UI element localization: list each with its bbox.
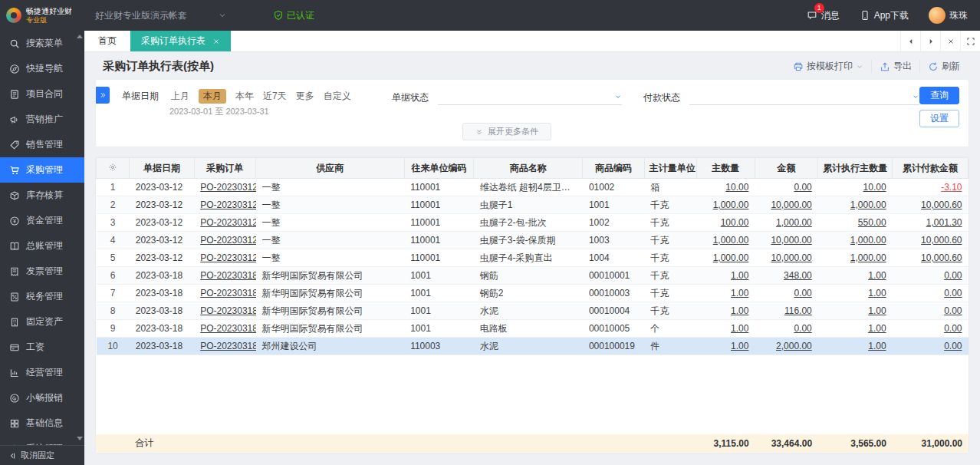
- sidebar-scroll-down[interactable]: [77, 437, 83, 440]
- qty-drill-link[interactable]: 1.00: [731, 270, 748, 281]
- table-row-selected[interactable]: 10 2023-03-18 PO-20230318-0001 郑州建设公司 11…: [97, 338, 968, 355]
- sidebar-item-quick-nav[interactable]: 快捷导航: [0, 56, 84, 81]
- amount-drill-link[interactable]: 0.00: [794, 182, 811, 193]
- sidebar-item-marketing[interactable]: 营销推广: [0, 107, 84, 132]
- paid-drill-link[interactable]: 0.00: [944, 323, 962, 334]
- qty-drill-link[interactable]: 1,000.00: [713, 252, 749, 263]
- paid-drill-link[interactable]: 0.00: [944, 341, 962, 351]
- sidebar-item-fixed-assets[interactable]: 固定资产: [0, 309, 84, 335]
- table-row[interactable]: 1 2023-03-12 PO-20230312-0001 一整 110001 …: [97, 179, 968, 196]
- cell-po-link[interactable]: PO-20230318-0001: [194, 285, 255, 302]
- cell-po-link[interactable]: PO-20230312-0001: [194, 232, 255, 249]
- close-tab-icon[interactable]: [212, 38, 220, 45]
- print-by-template-button[interactable]: 按模板打印: [785, 60, 871, 73]
- table-row[interactable]: 3 2023-03-12 PO-20230312-0001 一整 110001 …: [97, 214, 968, 232]
- exec-qty-drill-link[interactable]: 1,000.00: [850, 235, 886, 246]
- paid-drill-link[interactable]: 1,001.30: [926, 217, 962, 228]
- expand-more-conditions-button[interactable]: 展开更多条件: [462, 123, 551, 140]
- po-link[interactable]: PO-20230312-0001: [200, 200, 255, 210]
- tab-home[interactable]: 首页: [84, 31, 130, 51]
- qty-drill-link[interactable]: 100.00: [721, 217, 749, 228]
- amount-drill-link[interactable]: 0.00: [794, 288, 811, 298]
- date-option-custom[interactable]: 自定义: [324, 90, 351, 103]
- date-option-this-month[interactable]: 本月: [199, 89, 226, 104]
- date-option-last-month[interactable]: 上月: [171, 90, 189, 103]
- tab-scroll-left-button[interactable]: [900, 31, 920, 51]
- settings-button[interactable]: 设置: [919, 110, 959, 127]
- sidebar-item-payroll[interactable]: 工资: [0, 335, 84, 360]
- table-row[interactable]: 4 2023-03-12 PO-20230312-0001 一整 110001 …: [97, 232, 968, 249]
- amount-drill-link[interactable]: 1,000.00: [776, 217, 812, 228]
- refresh-button[interactable]: 刷新: [919, 60, 968, 73]
- exec-qty-drill-link[interactable]: 1.00: [868, 323, 886, 334]
- account-selector[interactable]: 好业财专业版演示帐套: [95, 9, 227, 22]
- po-link[interactable]: PO-20230312-0001: [200, 182, 255, 193]
- table-row[interactable]: 7 2023-03-18 PO-20230318-0001 新华明国际贸易有限公…: [97, 285, 968, 302]
- sidebar-item-general-ledger[interactable]: 总账管理: [0, 233, 84, 259]
- fullscreen-button[interactable]: [960, 31, 980, 51]
- table-row[interactable]: 5 2023-03-12 PO-20230312-0001 一整 110001 …: [97, 249, 968, 267]
- po-link[interactable]: PO-20230318-0001: [200, 270, 255, 281]
- cell-po-link[interactable]: PO-20230318-0001: [194, 338, 255, 355]
- qty-drill-link[interactable]: 1.00: [731, 305, 748, 316]
- cell-po-link[interactable]: PO-20230312-0001: [194, 196, 255, 214]
- paid-drill-link[interactable]: 10,000.60: [921, 252, 962, 263]
- amount-drill-link[interactable]: 10,000.00: [771, 252, 811, 263]
- table-row[interactable]: 9 2023-03-18 PO-20230318-0001 新华明国际贸易有限公…: [97, 320, 968, 338]
- sidebar-item-operations[interactable]: 经营管理: [0, 360, 84, 385]
- export-button[interactable]: 导出: [871, 60, 919, 73]
- qty-drill-link[interactable]: 1.00: [731, 341, 748, 351]
- app-download-button[interactable]: App下载: [860, 9, 909, 22]
- qty-drill-link[interactable]: 1.00: [731, 288, 748, 298]
- po-link[interactable]: PO-20230312-0001: [200, 235, 255, 246]
- pay-status-select[interactable]: [689, 90, 919, 105]
- po-link[interactable]: PO-20230318-0001: [200, 288, 255, 298]
- unpin-sidebar-button[interactable]: 取消固定: [0, 445, 84, 465]
- amount-drill-link[interactable]: 2,000.00: [776, 341, 812, 351]
- sidebar-item-inventory[interactable]: 库存核算: [0, 183, 84, 208]
- exec-qty-drill-link[interactable]: 1,000.00: [850, 252, 886, 263]
- sidebar-item-reimburse[interactable]: 小畅报销: [0, 385, 84, 411]
- sidebar-item-search-menu[interactable]: 搜索菜单: [0, 31, 84, 56]
- paid-drill-link[interactable]: -3.10: [941, 182, 962, 193]
- date-option-more[interactable]: 更多: [296, 90, 314, 103]
- po-link[interactable]: PO-20230318-0001: [200, 305, 255, 316]
- po-link[interactable]: PO-20230312-0001: [200, 217, 255, 228]
- sidebar-item-funds[interactable]: 资金管理: [0, 208, 84, 233]
- column-settings-button[interactable]: [97, 158, 130, 179]
- amount-drill-link[interactable]: 348.00: [784, 270, 812, 281]
- user-menu[interactable]: 珠珠: [929, 7, 968, 24]
- query-button[interactable]: 查询: [919, 87, 959, 104]
- date-option-this-year[interactable]: 本年: [235, 90, 254, 103]
- close-all-tabs-button[interactable]: [940, 31, 960, 51]
- exec-qty-drill-link[interactable]: 1,000.00: [850, 200, 886, 210]
- sidebar-item-base-info[interactable]: 基础信息: [0, 411, 84, 436]
- exec-qty-drill-link[interactable]: 10.00: [863, 182, 886, 193]
- po-link[interactable]: PO-20230312-0001: [200, 252, 255, 263]
- sidebar-item-system[interactable]: 系统管理: [0, 436, 84, 445]
- amount-drill-link[interactable]: 10,000.00: [771, 235, 811, 246]
- cell-po-link[interactable]: PO-20230312-0001: [194, 214, 255, 232]
- exec-qty-drill-link[interactable]: 1.00: [868, 305, 886, 316]
- sidebar-item-tax[interactable]: 税务管理: [0, 284, 84, 309]
- table-row[interactable]: 8 2023-03-18 PO-20230318-0001 新华明国际贸易有限公…: [97, 302, 968, 320]
- sidebar-item-sales[interactable]: 销售管理: [0, 132, 84, 157]
- paid-drill-link[interactable]: 10,000.60: [921, 235, 962, 246]
- exec-qty-drill-link[interactable]: 1.00: [868, 288, 886, 298]
- cell-po-link[interactable]: PO-20230312-0001: [194, 179, 255, 196]
- exec-qty-drill-link[interactable]: 550.00: [858, 217, 886, 228]
- messages-button[interactable]: 1 消息: [807, 9, 840, 22]
- doc-status-select[interactable]: [438, 90, 622, 105]
- qty-drill-link[interactable]: 1,000.00: [713, 235, 749, 246]
- paid-drill-link[interactable]: 10,000.60: [921, 200, 962, 210]
- sidebar-item-project-contract[interactable]: 项目合同: [0, 81, 84, 107]
- sidebar-item-invoice[interactable]: 发票管理: [0, 259, 84, 284]
- date-option-last-7-days[interactable]: 近7天: [263, 90, 287, 103]
- cell-po-link[interactable]: PO-20230312-0001: [194, 249, 255, 267]
- qty-drill-link[interactable]: 1,000.00: [713, 200, 749, 210]
- amount-drill-link[interactable]: 0.00: [794, 323, 811, 334]
- qty-drill-link[interactable]: 1.00: [731, 323, 748, 334]
- collapse-filter-button[interactable]: [96, 87, 110, 104]
- paid-drill-link[interactable]: 0.00: [944, 270, 962, 281]
- amount-drill-link[interactable]: 116.00: [784, 305, 812, 316]
